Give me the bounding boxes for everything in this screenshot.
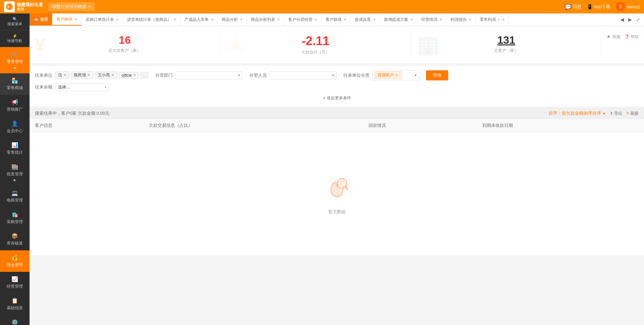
export-btn[interactable]: ⬆ 导出 (610, 111, 622, 116)
quick-nav-icon: ⚡ (12, 34, 17, 38)
app-download-btn[interactable]: 📱 App下载 (587, 4, 610, 10)
ecommerce-icon: 💻 (11, 190, 18, 196)
sidebar-search-label: 搜索菜单 (0, 22, 30, 27)
marketing-icon: 📢 (11, 99, 18, 105)
tab-close-purchase[interactable]: ✕ (116, 18, 119, 22)
svg-point-0 (6, 3, 13, 10)
result-bar-right: 排序：按欠款金额倒序排序 ▼ ⬆ 导出 ↻ 刷新 (549, 110, 639, 116)
tab-new-raise-plan[interactable]: 新增提成方案 ✕ (380, 13, 417, 26)
sidebar-item-wholesale-mgmt[interactable]: 🏬 批发管理 ▶ (0, 159, 30, 186)
stats-row: ¥ 16 总欠款客户（家） ! -2.11 欠款合计（万） 🏢 131 (30, 26, 644, 63)
tab-expand-btn[interactable]: ⤢ (635, 16, 641, 23)
sidebar-item-system[interactable]: ⚙️ 系统管理 (0, 315, 30, 325)
tab-close-contact[interactable]: ✕ (344, 18, 346, 22)
tab-right-btn[interactable]: ▶ (627, 16, 633, 23)
ops-mgmt-icon: 📈 (11, 276, 18, 282)
tab-close-analysis[interactable]: ✕ (240, 18, 243, 22)
dept-dropdown-icon: ▼ (238, 74, 241, 77)
svg-text:!: ! (234, 44, 236, 51)
message-label: 消息 (573, 4, 582, 10)
tab-close-ops[interactable]: ✕ (439, 18, 442, 22)
svg-line-7 (345, 186, 348, 189)
sidebar-item-member-center[interactable]: 👤 会员中心 (0, 116, 30, 138)
customer-type-tag: 普通客户 ✕ (375, 71, 401, 79)
table-body: 暂无数据 (30, 132, 644, 256)
workspace-selector[interactable]: 母婴行业演示账套 ▼ (48, 2, 95, 11)
person-input[interactable] (269, 71, 337, 79)
stat-total-customers2-label: 总客户（家） (494, 48, 518, 53)
tab-retail-profit[interactable]: 零售利润（ ✕ (476, 13, 509, 26)
tab-close-analysis-list[interactable]: ✕ (277, 18, 280, 22)
sidebar-item-retail-mgmt[interactable]: 🛒 零售管理 ▲ (0, 47, 30, 73)
tab-close-plan[interactable]: ✕ (410, 18, 413, 22)
tab-purchase-stats[interactable]: 采购订单统计表 ✕ (82, 13, 123, 26)
balance-select[interactable]: 选择... (55, 83, 109, 91)
sidebar-quick-nav-label: 快捷导航 (0, 38, 30, 43)
tab-close-tier[interactable]: ✕ (314, 18, 317, 22)
tab-product-analysis[interactable]: 商品分析 ✕ (218, 13, 247, 26)
sidebar-search[interactable]: 🔍 搜索菜单 (0, 13, 30, 30)
user-name: demo2 (627, 4, 640, 9)
tab-product-analysis-list[interactable]: 商品分析列表 ✕ (247, 13, 284, 26)
tab-left-btn[interactable]: ◀ (619, 16, 626, 23)
filter-tag-wang-close[interactable]: ✕ (111, 73, 114, 77)
tab-close-inbound[interactable]: ✕ (173, 18, 176, 22)
tab-home[interactable]: 🏠 首页 (30, 13, 52, 26)
tab-inbound-stats[interactable]: 进货单统计表（按商品） ✕ (123, 13, 180, 26)
sidebar-item-inventory[interactable]: 📦 库存核算 (0, 229, 30, 250)
tab-close-customer-accounts[interactable]: ✕ (75, 17, 77, 21)
filter-tag-cjttcw-close[interactable]: ✕ (133, 73, 136, 77)
video-help-btn[interactable]: ▶ 视频 (607, 34, 620, 40)
filter-tag-wu-close[interactable]: ✕ (63, 73, 67, 77)
filter-more-tags-btn[interactable]: ... (140, 72, 148, 79)
member-icon: 👤 (11, 120, 18, 127)
video-label: 视频 (612, 34, 620, 39)
tab-close-cost[interactable]: ✕ (211, 18, 213, 22)
dept-clear-icon[interactable]: ··· (234, 74, 237, 77)
finance-icon: 💰 (11, 254, 18, 261)
message-btn[interactable]: 💬 消息 (565, 4, 582, 10)
dept-input[interactable] (175, 71, 243, 79)
person-clear-icon[interactable]: ··· (328, 74, 331, 77)
tab-customer-tier[interactable]: 客户分层经营 ✕ (284, 13, 321, 26)
expand-icon: ▶ (14, 178, 16, 182)
result-bar: 搜索结果中，客户0家 欠款金额 0.00元 排序：按欠款金额倒序排序 ▼ ⬆ 导… (30, 108, 644, 119)
sidebar-item-retail-stats[interactable]: 📊 零售统计 (0, 138, 30, 159)
sidebar-item-finance[interactable]: 💰 资金管理 (0, 250, 30, 272)
query-button[interactable]: 查询 (426, 70, 448, 80)
sidebar-item-ops-mgmt[interactable]: 📈 经营管理 (0, 272, 30, 293)
tab-close-profit[interactable]: ✕ (469, 18, 471, 22)
tab-cost-inbound[interactable]: 产成品入库单 ✕ (180, 13, 218, 26)
person-select-wrap: ▼ ··· (269, 71, 337, 79)
tab-cost-inbound-label: 产成品入库单 (184, 17, 209, 23)
sidebar-item-retail-stats-label: 零售统计 (7, 150, 23, 155)
tab-raise-settings[interactable]: 提成设置 ✕ (351, 13, 380, 26)
sidebar-item-marketing[interactable]: 📢 营销推广 (0, 95, 30, 116)
tab-retail-profit-label: 零售利润（ (480, 17, 500, 23)
help-icon: ❓ (625, 34, 630, 39)
refresh-btn[interactable]: ↻ 刷新 (626, 111, 639, 116)
sort-direction-icon[interactable]: ▼ (602, 112, 606, 115)
table-header: 客户信息 欠款交易信息（占比） 回款情况 到期未收款日期 (30, 119, 644, 132)
filter-tag-chen-close[interactable]: ✕ (87, 73, 90, 77)
retail-mall-icon: 🏪 (11, 77, 18, 84)
help-btn[interactable]: ❓ 帮助 (625, 34, 639, 40)
tab-customer-contact[interactable]: 客户联络 ✕ (321, 13, 351, 26)
unit-tags-container: 伍 ✕ 陈民强 ✕ 王小亮 ✕ (55, 71, 148, 79)
user-menu-btn[interactable]: D demo2 (616, 2, 640, 11)
sidebar-quick-nav[interactable]: ⚡ 快捷导航 (0, 30, 30, 47)
export-label: 导出 (614, 111, 622, 116)
sidebar-item-purchase[interactable]: 🛍️ 采购管理 (0, 207, 30, 229)
collapse-btn[interactable]: ∧ 收起更多条件 (319, 94, 355, 102)
tab-ops-status[interactable]: 经营情况 ✕ (417, 13, 446, 26)
tab-close-raise[interactable]: ✕ (373, 18, 376, 22)
tab-customer-accounts[interactable]: 客户账本 ✕ (52, 13, 82, 26)
tab-close-retail-profit[interactable]: ✕ (502, 18, 505, 22)
customer-type-close[interactable]: ✕ (395, 73, 398, 78)
app-version: 标版 (17, 7, 43, 11)
sidebar-item-retail-mall[interactable]: 🏪 零售商城 (0, 73, 30, 95)
dept-select-wrap: ▼ ··· (175, 71, 243, 79)
tab-profit-report[interactable]: 利润报告 ✕ (446, 13, 476, 26)
sidebar-item-ecommerce[interactable]: 💻 电商管理 (0, 186, 30, 207)
sidebar-item-basic-info[interactable]: 📋 基础信息 (0, 293, 30, 315)
